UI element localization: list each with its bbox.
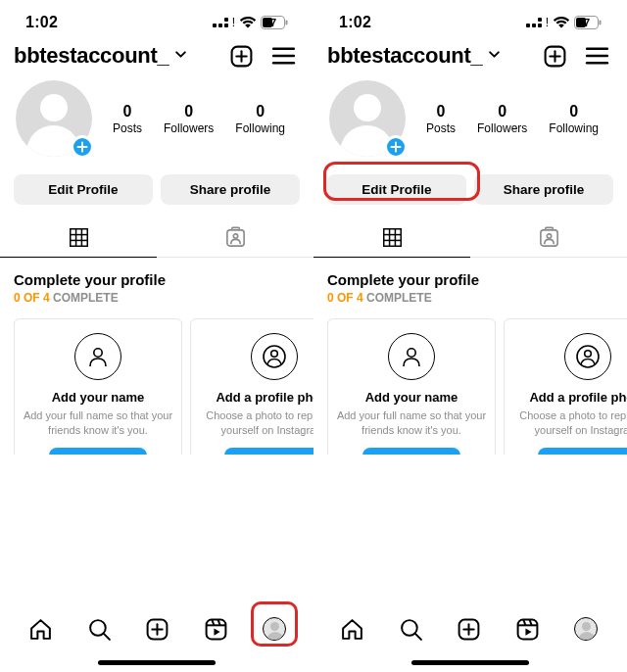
cellular-icon xyxy=(213,18,228,27)
share-profile-button[interactable]: Share profile xyxy=(474,174,613,205)
share-profile-button[interactable]: Share profile xyxy=(161,174,300,205)
tab-grid[interactable] xyxy=(0,218,157,258)
username: bbtestaccount_ xyxy=(14,43,169,69)
status-right: ! 47 xyxy=(526,16,602,29)
chevron-down-icon xyxy=(174,48,187,64)
reels-icon xyxy=(515,617,540,642)
status-bar: 1:02 ! 47 xyxy=(314,0,627,39)
battery-icon: 47 xyxy=(261,16,288,29)
svg-point-18 xyxy=(94,349,102,357)
status-right: ! 47 xyxy=(213,16,288,29)
bottom-tabbar xyxy=(0,601,627,672)
tab-grid[interactable] xyxy=(314,218,470,258)
battery-icon: 47 xyxy=(574,16,602,29)
hamburger-menu-icon[interactable] xyxy=(271,45,296,67)
reels-icon xyxy=(204,617,228,642)
create-post-icon[interactable] xyxy=(543,44,567,69)
profile-header: bbtestaccount_ xyxy=(314,39,627,74)
grid-icon xyxy=(69,227,89,248)
posts-stat[interactable]: 0Posts xyxy=(113,103,142,135)
content-tabs xyxy=(314,218,627,258)
svg-rect-47 xyxy=(207,619,226,639)
avatar-outline-icon xyxy=(251,333,298,380)
cellular-icon xyxy=(526,18,542,27)
svg-rect-32 xyxy=(383,228,401,246)
tab-profile[interactable] xyxy=(255,609,294,648)
create-icon xyxy=(457,617,481,642)
tab-reels[interactable] xyxy=(197,609,236,648)
profile-avatar[interactable] xyxy=(16,80,92,157)
grid-icon xyxy=(382,227,403,248)
home-icon xyxy=(340,617,364,642)
edit-profile-button[interactable]: Edit Profile xyxy=(14,174,153,205)
create-post-icon[interactable] xyxy=(229,44,254,69)
complete-profile-progress: 0 OF 4 COMPLETE xyxy=(14,291,300,305)
svg-line-43 xyxy=(104,633,110,639)
svg-point-39 xyxy=(408,349,415,357)
person-outline-icon xyxy=(388,333,435,380)
wifi-icon xyxy=(239,16,257,28)
svg-point-38 xyxy=(547,234,551,238)
create-icon xyxy=(145,617,169,642)
followers-stat[interactable]: 0Followers xyxy=(164,103,214,135)
complete-profile-section: Complete your profile 0 OF 4 COMPLETE xyxy=(314,258,627,311)
svg-line-52 xyxy=(415,633,421,639)
svg-rect-56 xyxy=(518,619,538,639)
tab-search[interactable] xyxy=(391,609,430,648)
status-time: 1:02 xyxy=(339,14,371,31)
background-fill xyxy=(0,455,627,601)
complete-profile-title: Complete your profile xyxy=(14,271,300,288)
add-story-plus-icon[interactable] xyxy=(384,135,408,159)
profile-actions: Edit Profile Share profile xyxy=(0,159,314,218)
cellular-extra-icon: ! xyxy=(546,16,549,29)
svg-point-17 xyxy=(233,234,237,238)
stats-row: 0Posts 0Followers 0Following xyxy=(0,74,314,159)
home-icon xyxy=(28,617,53,642)
status-bar: 1:02 ! 47 xyxy=(0,0,314,39)
person-outline-icon xyxy=(74,333,121,380)
home-indicator[interactable] xyxy=(411,660,529,665)
edit-profile-button[interactable]: Edit Profile xyxy=(327,174,466,205)
posts-stat[interactable]: 0Posts xyxy=(426,103,456,135)
search-icon xyxy=(87,617,112,642)
username-dropdown[interactable]: bbtestaccount_ xyxy=(327,43,501,69)
complete-profile-section: Complete your profile 0 OF 4 COMPLETE xyxy=(0,258,314,311)
tagged-icon xyxy=(538,226,560,249)
followers-stat[interactable]: 0Followers xyxy=(477,103,527,135)
following-stat[interactable]: 0Following xyxy=(235,103,285,135)
svg-rect-23 xyxy=(600,20,602,24)
add-story-plus-icon[interactable] xyxy=(71,135,94,159)
tab-reels[interactable] xyxy=(508,609,548,648)
tab-home[interactable] xyxy=(333,609,372,648)
tagged-icon xyxy=(224,226,247,249)
profile-avatar-icon xyxy=(574,617,598,641)
tab-tagged[interactable] xyxy=(470,218,627,258)
profile-actions: Edit Profile Share profile xyxy=(314,159,627,218)
username: bbtestaccount_ xyxy=(327,43,482,69)
home-indicator[interactable] xyxy=(98,660,216,665)
tab-create[interactable] xyxy=(450,609,489,648)
tab-search[interactable] xyxy=(79,609,119,648)
wifi-icon xyxy=(553,16,570,28)
username-dropdown[interactable]: bbtestaccount_ xyxy=(14,43,187,69)
content-tabs xyxy=(0,218,314,258)
profile-avatar-icon xyxy=(263,617,286,641)
complete-profile-title: Complete your profile xyxy=(327,271,613,288)
tab-profile[interactable] xyxy=(566,609,605,648)
svg-point-41 xyxy=(585,351,592,358)
tab-tagged[interactable] xyxy=(157,218,314,258)
svg-rect-2 xyxy=(286,20,288,24)
tab-create[interactable] xyxy=(138,609,177,648)
following-stat[interactable]: 0Following xyxy=(549,103,599,135)
tab-home[interactable] xyxy=(22,609,61,648)
profile-header: bbtestaccount_ xyxy=(0,39,314,74)
chevron-down-icon xyxy=(488,48,501,64)
status-time: 1:02 xyxy=(25,14,58,31)
search-icon xyxy=(399,617,423,642)
svg-point-20 xyxy=(271,351,278,358)
avatar-outline-icon xyxy=(564,333,611,380)
hamburger-menu-icon[interactable] xyxy=(585,45,609,67)
stats-row: 0Posts 0Followers 0Following xyxy=(314,74,627,159)
complete-profile-progress: 0 OF 4 COMPLETE xyxy=(327,291,613,305)
profile-avatar[interactable] xyxy=(329,80,406,157)
